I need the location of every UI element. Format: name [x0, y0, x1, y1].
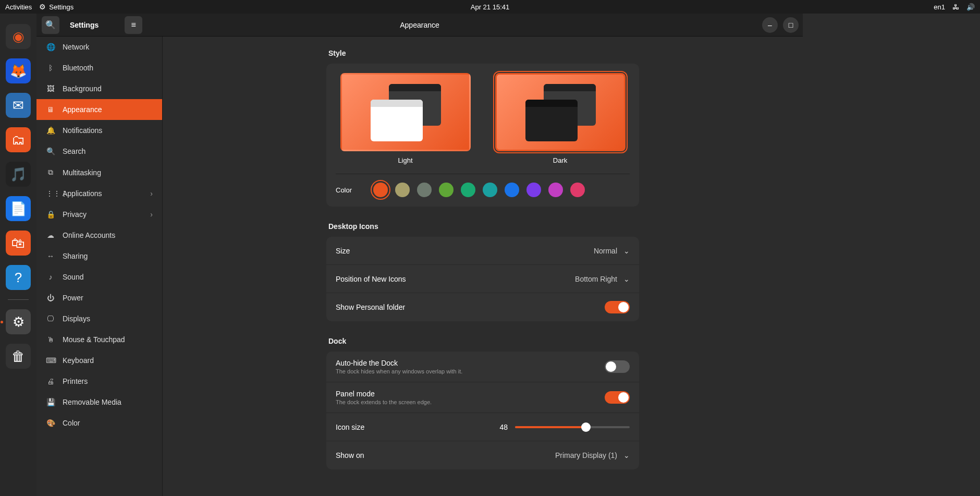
dock-item-software[interactable]: 🛍 [6, 231, 31, 256]
dock-item-trash[interactable]: 🗑 [6, 344, 31, 369]
theme-dark-option[interactable]: Dark [491, 73, 630, 164]
accent-color-swatch[interactable] [395, 183, 410, 197]
autohide-toggle[interactable] [605, 360, 630, 373]
dock-icon-size-slider[interactable] [515, 426, 630, 428]
dock-item-ubuntu-logo[interactable]: ◉ [6, 24, 31, 49]
sidebar-item-background[interactable]: 🖼Background [36, 78, 162, 99]
sidebar-item-label: Search [63, 147, 85, 155]
dock-section-title: Dock [328, 337, 639, 345]
search-button[interactable]: 🔍 [42, 16, 59, 34]
privacy-icon: 🔒 [46, 210, 55, 219]
accent-color-swatch[interactable] [461, 183, 475, 197]
accent-color-swatch[interactable] [439, 183, 454, 197]
sidebar-item-label: Privacy [63, 210, 87, 219]
dock-item-rhythmbox[interactable]: 🎵 [6, 162, 31, 187]
maximize-button[interactable]: □ [783, 17, 799, 33]
sidebar-item-power[interactable]: ⏻Power [36, 287, 162, 308]
sidebar-item-label: Bluetooth [63, 64, 93, 72]
show-personal-folder-toggle[interactable] [605, 301, 630, 313]
sidebar-item-applications[interactable]: ⋮⋮⋮Applications› [36, 183, 162, 204]
panel-mode-toggle[interactable] [605, 391, 630, 404]
sidebar-item-online-accounts[interactable]: ☁Online Accounts [36, 225, 162, 246]
dock-item-help[interactable]: ? [6, 265, 31, 290]
topbar-clock[interactable]: Apr 21 15:41 [471, 3, 509, 11]
removable-media-icon: 💾 [46, 398, 55, 406]
top-bar: Activities Settings Apr 21 15:41 en1 [0, 0, 980, 14]
sidebar-item-privacy[interactable]: 🔒Privacy› [36, 204, 162, 225]
sidebar-item-label: Appearance [63, 105, 102, 114]
dock-item-thunderbird[interactable]: ✉ [6, 93, 31, 118]
sidebar-item-sound[interactable]: ♪Sound [36, 267, 162, 287]
sidebar-item-label: Network [63, 43, 89, 51]
power-icon: ⏻ [46, 294, 55, 302]
icon-size-slider-row: Icon size 48 [326, 413, 639, 441]
dock-item-firefox[interactable]: 🦊 [6, 58, 31, 83]
notifications-icon: 🔔 [46, 126, 55, 135]
theme-light-preview [340, 73, 471, 151]
sidebar-item-displays[interactable]: 🖵Displays [36, 308, 162, 329]
autohide-label: Auto-hide the Dock [336, 359, 462, 367]
accent-color-swatch[interactable] [505, 183, 519, 197]
sidebar-item-appearance[interactable]: 🖥Appearance [36, 99, 162, 120]
sidebar-item-search[interactable]: 🔍Search [36, 141, 162, 162]
accent-color-label: Color [336, 186, 362, 194]
network-icon[interactable] [952, 3, 959, 11]
sidebar-item-color[interactable]: 🎨Color [36, 413, 162, 433]
sidebar-item-label: Applications [63, 189, 102, 198]
sidebar-item-notifications[interactable]: 🔔Notifications [36, 120, 162, 141]
sidebar-item-keyboard[interactable]: ⌨Keyboard [36, 350, 162, 371]
dock-icon-size-label: Icon size [336, 423, 364, 431]
background-icon: 🖼 [46, 84, 55, 93]
accent-color-swatch[interactable] [548, 183, 563, 197]
hamburger-menu-button[interactable]: ≡ [125, 16, 142, 34]
sidebar-item-bluetooth[interactable]: ᛒBluetooth [36, 57, 162, 78]
desktop-icons-section-title: Desktop Icons [328, 222, 639, 231]
mouse-touchpad-icon: 🖱 [46, 335, 55, 344]
printers-icon: 🖨 [46, 377, 55, 385]
dock-item-files[interactable]: 🗂 [6, 127, 31, 152]
volume-icon[interactable] [966, 3, 975, 11]
new-icon-position-value: Bottom Right [575, 275, 617, 283]
theme-dark-preview [495, 73, 626, 151]
show-personal-folder-label: Show Personal folder [336, 303, 405, 311]
sidebar-item-label: Displays [63, 314, 90, 323]
dock-item-settings[interactable]: ⚙ [6, 309, 31, 334]
network-icon: 🌐 [46, 43, 55, 51]
show-on-label: Show on [336, 451, 364, 459]
sidebar-title: Settings [70, 21, 99, 29]
new-icon-position-row[interactable]: Position of New Icons Bottom Right [326, 265, 639, 293]
dock-item-libreoffice-writer[interactable]: 📄 [6, 196, 31, 221]
accent-color-swatch[interactable] [570, 183, 585, 197]
icon-size-value: Normal [594, 247, 617, 255]
online-accounts-icon: ☁ [46, 231, 55, 239]
titlebar: 🔍 Settings ≡ Appearance – □ [36, 14, 803, 37]
keyboard-layout-indicator[interactable]: en1 [934, 3, 945, 11]
show-personal-folder-row: Show Personal folder [326, 293, 639, 321]
accent-color-swatches [373, 183, 585, 197]
topbar-app-menu[interactable]: Settings [39, 3, 74, 11]
accent-color-swatch[interactable] [373, 183, 388, 197]
theme-light-option[interactable]: Light [336, 73, 475, 164]
chevron-right-icon: › [150, 189, 153, 198]
sidebar-item-label: Keyboard [63, 356, 94, 365]
icon-size-row[interactable]: Size Normal [326, 237, 639, 265]
main-panel: Style Light Dark [163, 37, 803, 496]
accent-color-swatch[interactable] [417, 183, 432, 197]
chevron-down-icon [621, 451, 630, 459]
accent-color-swatch[interactable] [483, 183, 497, 197]
sidebar-item-network[interactable]: 🌐Network [36, 37, 162, 57]
sidebar-item-mouse-touchpad[interactable]: 🖱Mouse & Touchpad [36, 329, 162, 350]
show-on-row[interactable]: Show on Primary Display (1) [326, 441, 639, 469]
new-icon-position-label: Position of New Icons [336, 275, 406, 283]
keyboard-icon: ⌨ [46, 356, 55, 365]
accent-color-swatch[interactable] [526, 183, 541, 197]
settings-window: 🔍 Settings ≡ Appearance – □ 🌐NetworkᛒBlu… [36, 14, 803, 496]
sidebar-item-label: Power [63, 294, 83, 302]
dock-settings-list: Auto-hide the Dock The dock hides when a… [326, 352, 639, 469]
activities-button[interactable]: Activities [5, 3, 32, 11]
sidebar-item-sharing[interactable]: ↔Sharing [36, 246, 162, 267]
sidebar-item-multitasking[interactable]: ⧉Multitasking [36, 162, 162, 183]
sidebar-item-printers[interactable]: 🖨Printers [36, 371, 162, 392]
sidebar-item-removable-media[interactable]: 💾Removable Media [36, 392, 162, 413]
minimize-button[interactable]: – [762, 17, 778, 33]
